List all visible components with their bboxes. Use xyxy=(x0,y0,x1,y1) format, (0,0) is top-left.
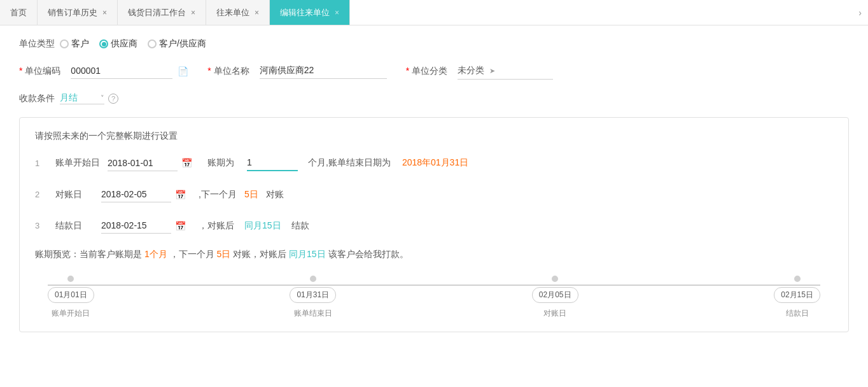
date-input-1[interactable] xyxy=(108,155,178,171)
code-field: 单位编码 📄 xyxy=(19,63,188,79)
date-field-2: 📅 xyxy=(101,186,186,202)
reconcile-suffix: 对账 xyxy=(266,189,284,201)
timeline-label-0: 账单开始日 xyxy=(52,308,90,319)
settings-box: 请按照未来的一个完整帐期进行设置 1 账单开始日 📅 账期为 个月,账单结束日期… xyxy=(19,117,849,332)
name-input[interactable] xyxy=(260,63,387,79)
date-field-3: 📅 xyxy=(101,218,186,234)
row-label-3: 结款日 xyxy=(55,220,94,232)
name-label: 单位名称 xyxy=(207,66,249,77)
close-cash-workbench[interactable]: × xyxy=(191,8,195,17)
settings-row-1: 1 账单开始日 📅 账期为 个月,账单结束日期为 2018年01月31日 xyxy=(35,155,833,171)
period-end-date: 2018年01月31日 xyxy=(402,157,468,169)
tab-edit-partner[interactable]: 编辑往来单位 × xyxy=(270,0,350,25)
close-partners[interactable]: × xyxy=(255,8,259,17)
unit-type-row: 单位类型 客户 供应商 客户/供应商 xyxy=(19,38,849,50)
calendar-icon-3[interactable]: 📅 xyxy=(175,221,186,231)
period-prefix: 账期为 xyxy=(207,157,234,169)
settings-row-2: 2 对账日 📅 ,下一个月 5日 对账 xyxy=(35,186,833,202)
radio-circle-customer xyxy=(60,39,69,48)
preview-orange1: 1个月 xyxy=(144,249,167,259)
timeline-point-0: 01月01日 账单开始日 xyxy=(48,276,94,319)
payment-chevron-icon: ˅ xyxy=(101,94,104,102)
unit-type-radio-group: 客户 供应商 客户/供应商 xyxy=(60,38,206,50)
unit-type-label: 单位类型 xyxy=(19,38,55,50)
tab-sales-history[interactable]: 销售订单历史 × xyxy=(38,0,118,25)
timeline-items: 01月01日 账单开始日 01月31日 账单结束日 02月05日 对账日 02月… xyxy=(48,276,820,319)
timeline-label-2: 对账日 xyxy=(543,308,566,319)
tab-bar: 首页 销售订单历史 × 钱货日清工作台 × 往来单位 × 编辑往来单位 × › xyxy=(0,0,868,25)
category-label: 单位分类 xyxy=(406,66,447,77)
timeline-dot-2 xyxy=(552,276,558,282)
row-num-3: 3 xyxy=(35,221,48,230)
row-label-2: 对账日 xyxy=(55,189,94,201)
payment-row: 收款条件 月结 ˅ ? xyxy=(19,92,849,104)
date-input-2[interactable] xyxy=(101,186,171,202)
main-content: 单位类型 客户 供应商 客户/供应商 单位编码 📄 单位名称 xyxy=(0,25,868,387)
radio-both[interactable]: 客户/供应商 xyxy=(148,38,206,50)
payment-select[interactable]: 月结 ˅ xyxy=(60,92,104,104)
preview-prefix: 账期预览：当前客户账期是 xyxy=(35,249,142,259)
row-label-1: 账单开始日 xyxy=(55,157,100,169)
preview-suffix: 该客户会给我打款。 xyxy=(328,249,409,259)
preview-text: 账期预览：当前客户账期是 1个月 ，下一个月 5日 对账，对账后 同月15日 该… xyxy=(35,249,833,260)
reconcile-prefix: ,下一个月 xyxy=(199,189,237,201)
timeline-point-1: 01月31日 账单结束日 xyxy=(290,276,336,319)
timeline-wrapper: 01月01日 账单开始日 01月31日 账单结束日 02月05日 对账日 02月… xyxy=(35,276,833,319)
timeline-dot-3 xyxy=(794,276,801,282)
payment-prefix: ，对账后 xyxy=(199,220,234,232)
tab-expand-button[interactable]: › xyxy=(852,0,868,25)
timeline-point-2: 02月05日 对账日 xyxy=(532,276,578,319)
calendar-icon-1[interactable]: 📅 xyxy=(181,158,192,168)
code-calendar-icon[interactable]: 📄 xyxy=(178,66,188,76)
radio-circle-both xyxy=(148,39,157,48)
payment-label: 收款条件 xyxy=(19,93,55,104)
radio-customer[interactable]: 客户 xyxy=(60,38,89,50)
timeline-dot-0 xyxy=(67,276,74,282)
code-label: 单位编码 xyxy=(19,66,60,77)
category-dropdown[interactable]: 未分类 ➤ xyxy=(458,62,553,80)
settings-title: 请按照未来的一个完整帐期进行设置 xyxy=(35,130,833,142)
category-chevron-icon: ➤ xyxy=(489,67,495,75)
timeline-badge-3: 02月15日 xyxy=(774,287,820,303)
payment-value: 月结 xyxy=(60,92,98,104)
timeline-label-3: 结款日 xyxy=(786,308,809,319)
close-edit-partner[interactable]: × xyxy=(335,8,339,17)
radio-supplier[interactable]: 供应商 xyxy=(99,38,137,50)
preview-orange2: 5日 xyxy=(216,249,230,259)
payment-suffix2: 结款 xyxy=(291,220,309,232)
timeline-point-3: 02月15日 结款日 xyxy=(774,276,820,319)
payment-day: 同月15日 xyxy=(244,220,281,232)
code-name-category-row: 单位编码 📄 单位名称 单位分类 未分类 ➤ xyxy=(19,62,849,80)
date-input-3[interactable] xyxy=(101,218,171,234)
category-field: 单位分类 未分类 ➤ xyxy=(406,62,553,80)
preview-mid2: 对账，对账后 xyxy=(233,249,286,259)
timeline-badge-0: 01月01日 xyxy=(48,287,94,303)
timeline-badge-2: 02月05日 xyxy=(532,287,578,303)
timeline-label-1: 账单结束日 xyxy=(294,308,332,319)
calendar-icon-2[interactable]: 📅 xyxy=(175,190,186,200)
date-field-1: 📅 xyxy=(108,155,192,171)
category-value: 未分类 xyxy=(458,65,484,76)
row-num-2: 2 xyxy=(35,190,48,199)
help-icon[interactable]: ? xyxy=(108,94,118,104)
tab-partners[interactable]: 往来单位 × xyxy=(206,0,270,25)
preview-mid1: ，下一个月 xyxy=(170,249,214,259)
code-input[interactable] xyxy=(71,63,172,79)
preview-teal1: 同月15日 xyxy=(289,249,326,259)
tab-cash-workbench[interactable]: 钱货日清工作台 × xyxy=(118,0,206,25)
close-sales-history[interactable]: × xyxy=(102,8,107,17)
period-suffix: 个月,账单结束日期为 xyxy=(308,157,391,169)
tab-home[interactable]: 首页 xyxy=(0,0,38,25)
settings-row-3: 3 结款日 📅 ，对账后 同月15日 结款 xyxy=(35,218,833,234)
timeline-dot-1 xyxy=(310,276,316,282)
name-field: 单位名称 xyxy=(207,63,386,79)
period-input[interactable] xyxy=(247,155,298,171)
timeline-badge-1: 01月31日 xyxy=(290,287,336,303)
radio-circle-supplier xyxy=(99,39,108,48)
reconcile-day: 5日 xyxy=(244,189,258,201)
row-num-1: 1 xyxy=(35,158,48,168)
